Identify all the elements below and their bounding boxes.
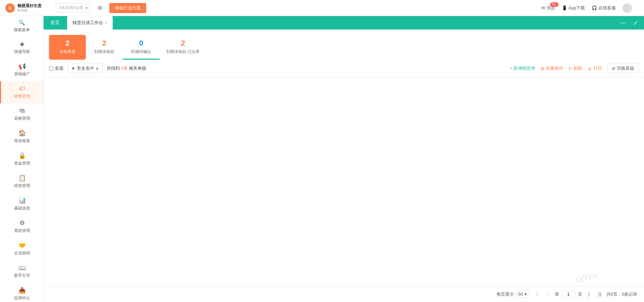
- app-center-label: 应用中心: [14, 295, 30, 301]
- page-prefix: 第: [555, 291, 559, 297]
- refresh-button[interactable]: ↻ 刷新: [569, 65, 582, 71]
- basic-info-label: 基础信息: [14, 205, 30, 211]
- stat-wangwang-label: 旺辅待确认: [131, 49, 151, 55]
- app-download-button[interactable]: 📱 App下载: [562, 5, 585, 11]
- tab-maximize-button[interactable]: ⤢: [631, 18, 640, 27]
- sidebar-item-guide[interactable]: 📖 新手引导: [0, 260, 43, 283]
- logo-title: 畅捷通好生意: [17, 3, 42, 8]
- found-text: 共找到 0条 相关单据: [107, 65, 146, 71]
- new-btn-label: + 新增销货单: [510, 65, 535, 71]
- stat-overdue-number: 2: [102, 39, 106, 48]
- tab-minimize-button[interactable]: —: [619, 18, 628, 27]
- switch-version-button[interactable]: ⇄ 切换新版: [607, 64, 639, 73]
- sidebar-item-system[interactable]: ⚙ 系统管理: [0, 215, 43, 238]
- print-label: 打印: [593, 65, 602, 71]
- search-menu-label: 搜索菜单: [14, 27, 30, 33]
- messages-button[interactable]: ✉ 消息 99+: [541, 5, 555, 11]
- stat-all[interactable]: 2 全部单据: [49, 35, 86, 60]
- inventory-label: 库存核算: [14, 138, 30, 144]
- app-center-icon: 📥: [18, 287, 26, 294]
- sidebar-item-purchase[interactable]: 🛍 采购管理: [0, 103, 43, 125]
- cooperation-icon: 🤝: [18, 242, 26, 249]
- found-count: 0条: [121, 66, 128, 71]
- per-page-label: 每页显示: [496, 291, 514, 297]
- inventory-icon: 🏠: [18, 129, 26, 137]
- search-icon: 🔍: [18, 19, 25, 26]
- pagination: ⟨⟨ ⟨ 第 页 ⟩ ⟩⟩ 共0页，0条记录: [533, 290, 637, 298]
- batch-operation-button[interactable]: ⊞ 批量操作: [541, 65, 563, 71]
- sidebar-item-finance[interactable]: 🔒 资金管理: [0, 148, 43, 170]
- stat-overdue-label: 到期未收款: [94, 49, 114, 55]
- more-filter-button[interactable]: ▼ 更多条件 ∨: [67, 64, 103, 73]
- sidebar-item-cooperation[interactable]: 🤝 企业协同: [0, 238, 43, 260]
- operations-label: 经营管理: [14, 183, 30, 189]
- switch-icon: ⇄: [612, 66, 615, 71]
- operations-icon: 📋: [18, 174, 26, 182]
- purchase-icon: 🛍: [19, 107, 25, 114]
- stat-overdue-out[interactable]: 2 到期未收款 已出库: [160, 35, 206, 60]
- top-right-area: ✉ 消息 99+ 📱 App下载 🎧 在线客服: [541, 3, 639, 13]
- marketing-icon: 📢: [18, 63, 26, 70]
- service-icon: 🎧: [592, 5, 597, 10]
- next-page-button[interactable]: ⟩: [585, 290, 593, 298]
- avatar[interactable]: [623, 3, 632, 13]
- filter-dropdown-icon: ∨: [96, 66, 99, 71]
- last-page-button[interactable]: ⟩⟩: [596, 290, 604, 298]
- sidebar-item-marketing[interactable]: 📢 营销推广: [0, 59, 43, 81]
- stat-wangwang[interactable]: 0 旺辅待确认: [123, 35, 160, 60]
- sidebar-item-inventory[interactable]: 🏠 库存核算: [0, 125, 43, 148]
- per-page-dropdown-icon: ▾: [525, 292, 527, 297]
- print-button[interactable]: 🖨 打印: [588, 65, 602, 71]
- system-icon: ⚙: [19, 219, 25, 227]
- logo-area: 6 畅捷通好生意 标准版: [5, 3, 49, 13]
- experience-button[interactable]: 体验行业方案: [109, 3, 146, 13]
- sidebar-item-basic-info[interactable]: 📊 基础信息: [0, 193, 43, 215]
- total-text: 共0页，0条记录: [606, 291, 637, 297]
- refresh-label: 刷新: [574, 65, 582, 71]
- online-service-label: 在线客服: [598, 5, 616, 11]
- message-icon: ✉: [541, 5, 545, 10]
- company-selector[interactable]: XXXXXX公司 ▾: [56, 3, 91, 12]
- page-footer: 每页显示 50 ▾ ⟨⟨ ⟨ 第 页 ⟩ ⟩⟩ 共0页，0条记录: [44, 286, 644, 302]
- tab-qhdq[interactable]: 钱货日清工作台 ×: [67, 16, 113, 29]
- page-content: 2 全部单据 2 到期未收款 0 旺辅待确认 2 到期未收款 已出库: [44, 29, 644, 302]
- new-sale-order-button[interactable]: + 新增销货单: [510, 65, 535, 71]
- logo-icon: 6: [5, 3, 15, 13]
- sidebar-item-app-center[interactable]: 📥 应用中心: [0, 283, 43, 302]
- sidebar-item-operations[interactable]: 📋 经营管理: [0, 170, 43, 193]
- page-number-input[interactable]: [562, 291, 575, 298]
- sales-icon: 🏷: [19, 85, 25, 92]
- stat-overdue[interactable]: 2 到期未收款: [86, 35, 123, 60]
- online-service-button[interactable]: 🎧 在线客服: [592, 5, 616, 11]
- guide-label: 新手引导: [14, 273, 30, 279]
- toolbar: 全选 ▼ 更多条件 ∨ 共找到 0条 相关单据 + 新增销货单: [44, 60, 644, 77]
- purchase-label: 采购管理: [14, 116, 30, 121]
- finance-label: 资金管理: [14, 161, 30, 166]
- filter-icon: ▼: [71, 66, 75, 71]
- messages-badge: 99+: [550, 2, 558, 7]
- prev-page-button[interactable]: ⟨: [544, 290, 552, 298]
- sidebar-item-sales[interactable]: 🏷 销售管理: [0, 81, 43, 103]
- sidebar-item-quick-nav[interactable]: ◈ 快捷导航: [0, 36, 43, 59]
- sidebar-search[interactable]: 🔍 搜索菜单: [0, 16, 43, 36]
- stats-row: 2 全部单据 2 到期未收款 0 旺辅待确认 2 到期未收款 已出库: [44, 29, 644, 60]
- content-area: 首页 钱货日清工作台 × — ⤢ 2 全部单据 2 到期未收款: [44, 16, 644, 302]
- first-page-button[interactable]: ⟨⟨: [533, 290, 541, 298]
- per-page-select[interactable]: 50 ▾: [516, 291, 529, 298]
- stat-wangwang-number: 0: [139, 39, 143, 48]
- settings-button[interactable]: ⚙: [95, 3, 105, 13]
- main-layout: 🔍 搜索菜单 ◈ 快捷导航 📢 营销推广 🏷 销售管理 🛍 采购管理 🏠 库存核…: [0, 16, 644, 302]
- select-all-input[interactable]: [49, 66, 53, 71]
- logo-sub: 标准版: [17, 8, 42, 12]
- tab-close-icon[interactable]: ×: [105, 20, 107, 25]
- select-all-checkbox[interactable]: 全选: [49, 65, 63, 71]
- per-page-value: 50: [518, 292, 523, 297]
- found-suffix: 相关单据: [129, 66, 146, 71]
- tab-home[interactable]: 首页: [44, 16, 66, 29]
- tab-actions: — ⤢: [619, 18, 644, 27]
- marketing-label: 营销推广: [14, 71, 30, 77]
- quick-nav-label: 快捷导航: [14, 49, 30, 55]
- system-label: 系统管理: [14, 228, 30, 234]
- page-suffix: 页: [578, 291, 582, 297]
- quick-nav-icon: ◈: [20, 40, 24, 48]
